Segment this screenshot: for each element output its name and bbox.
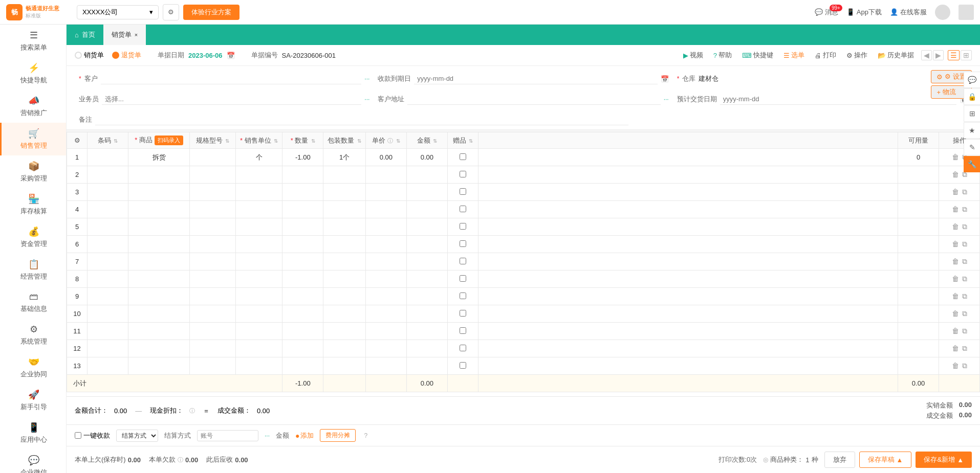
row-pkgqty[interactable] (323, 184, 366, 201)
row-amount[interactable] (406, 236, 447, 253)
delete-icon[interactable]: 🗑 (952, 309, 959, 318)
sidebar-item-purchase[interactable]: 📦 采购管理 (0, 155, 66, 188)
row-pkgqty[interactable]: 1个 (323, 149, 366, 166)
row-qty[interactable] (282, 236, 323, 253)
scan-button[interactable]: 扫码录入 (155, 136, 183, 145)
row-spec[interactable] (190, 253, 236, 271)
history-button[interactable]: 📂 历史单据 (875, 49, 917, 61)
row-price[interactable] (365, 271, 406, 288)
row-price[interactable] (365, 166, 406, 184)
row-gift[interactable] (447, 218, 478, 236)
row-price[interactable] (365, 236, 406, 253)
sort-icon-pkgqty[interactable]: ⇅ (357, 138, 361, 144)
row-pkgqty[interactable] (323, 340, 366, 357)
row-gift[interactable] (447, 288, 478, 305)
user-menu-button[interactable] (959, 5, 974, 20)
row-amount[interactable] (406, 166, 447, 184)
row-pkgqty[interactable] (323, 166, 366, 184)
save-draft-button[interactable]: 保存草稿 ▲ (859, 452, 912, 468)
user-avatar[interactable] (935, 5, 950, 20)
row-price[interactable] (365, 288, 406, 305)
account-dotted-link[interactable]: ··· (265, 432, 270, 439)
row-qty[interactable]: -1.00 (282, 149, 323, 166)
row-barcode[interactable] (88, 149, 128, 166)
row-qty[interactable] (282, 357, 323, 375)
row-qty[interactable] (282, 166, 323, 184)
row-product[interactable]: 拆货 (128, 149, 190, 166)
prev-arrow[interactable]: ◀ (921, 50, 932, 60)
delete-icon[interactable]: 🗑 (952, 257, 959, 266)
right-btn-orange[interactable]: 🔧 (964, 156, 980, 172)
row-spec[interactable] (190, 236, 236, 253)
row-pkgqty[interactable] (323, 288, 366, 305)
row-gift[interactable] (447, 253, 478, 271)
row-gift[interactable] (447, 166, 478, 184)
row-price[interactable] (365, 323, 406, 340)
shortcut-button[interactable]: ⌨ 快捷键 (739, 49, 776, 61)
tab-sales-order[interactable]: 销货单 × (103, 25, 146, 45)
row-product[interactable] (128, 323, 190, 340)
row-barcode[interactable] (88, 184, 128, 201)
row-pkgqty[interactable] (323, 218, 366, 236)
row-product[interactable] (128, 201, 190, 218)
sort-icon-spec[interactable]: ⇅ (225, 138, 229, 144)
row-barcode[interactable] (88, 323, 128, 340)
row-amount[interactable] (406, 253, 447, 271)
row-pkgqty[interactable] (323, 271, 366, 288)
copy-icon[interactable]: ⧉ (962, 309, 967, 318)
row-gift[interactable] (447, 271, 478, 288)
row-qty[interactable] (282, 201, 323, 218)
row-gift[interactable] (447, 236, 478, 253)
list-view-button[interactable]: ☰ (948, 50, 960, 60)
row-spec[interactable] (190, 323, 236, 340)
row-qty[interactable] (282, 323, 323, 340)
sidebar-item-basic[interactable]: 🗃 基础信息 (0, 286, 66, 319)
row-unit[interactable] (236, 323, 282, 340)
tab-home[interactable]: ⌂ 首页 (67, 25, 103, 45)
row-qty[interactable] (282, 271, 323, 288)
sort-icon-unit[interactable]: ⇅ (274, 138, 278, 144)
row-spec[interactable] (190, 357, 236, 375)
add-payment-button[interactable]: ● 添加 (295, 431, 314, 440)
row-barcode[interactable] (88, 288, 128, 305)
remark-input[interactable] (95, 114, 628, 125)
grid-view-button[interactable]: ⊞ (961, 50, 972, 60)
row-amount[interactable] (406, 218, 447, 236)
message-button[interactable]: 💬 消息 99+ (815, 8, 838, 17)
sidebar-item-guide[interactable]: 🚀 新手引导 (0, 384, 66, 417)
row-qty[interactable] (282, 218, 323, 236)
right-btn-2[interactable]: 🔒 (964, 88, 980, 105)
sidebar-item-marketing[interactable]: 📣 营销推广 (0, 90, 66, 123)
salesperson-dotted-link[interactable]: ··· (364, 96, 369, 103)
save-new-button[interactable]: 保存&新增 ▲ (916, 452, 972, 468)
sort-icon-gift[interactable]: ⇅ (469, 138, 473, 144)
row-amount[interactable] (406, 201, 447, 218)
fee-info-icon[interactable]: ? (364, 432, 367, 439)
discount-info-icon[interactable]: ⓘ (189, 407, 195, 415)
row-barcode[interactable] (88, 340, 128, 357)
help-button[interactable]: ? 帮助 (710, 49, 735, 61)
row-barcode[interactable] (88, 271, 128, 288)
row-unit[interactable] (236, 305, 282, 323)
sort-icon-barcode[interactable]: ⇅ (114, 138, 118, 144)
app-download-button[interactable]: 📱 App下载 (846, 8, 882, 17)
account-input[interactable] (197, 430, 258, 441)
sidebar-item-appstore[interactable]: 📱 应用中心 (0, 417, 66, 449)
customer-input[interactable] (101, 73, 362, 84)
row-unit[interactable] (236, 340, 282, 357)
delete-icon[interactable]: 🗑 (952, 327, 959, 335)
row-product[interactable] (128, 218, 190, 236)
row-gift[interactable] (447, 340, 478, 357)
print-button[interactable]: 🖨 打印 (812, 49, 839, 61)
customer-dotted-link[interactable]: ··· (364, 75, 369, 82)
row-price[interactable]: 0.00 (365, 149, 406, 166)
row-barcode[interactable] (88, 236, 128, 253)
row-pkgqty[interactable] (323, 305, 366, 323)
right-btn-5[interactable]: ✎ (964, 139, 980, 155)
row-gift[interactable] (447, 305, 478, 323)
sidebar-item-system[interactable]: ⚙ 系统管理 (0, 319, 66, 351)
radio-sale[interactable]: 销货单 (75, 51, 104, 60)
salesperson-input[interactable] (102, 94, 361, 105)
row-amount[interactable] (406, 357, 447, 375)
row-amount[interactable]: 0.00 (406, 149, 447, 166)
